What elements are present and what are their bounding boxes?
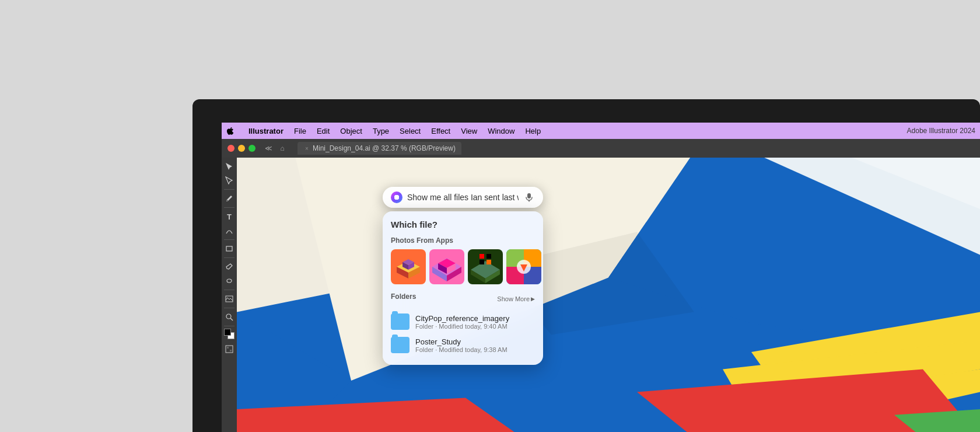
results-panel: Which file? Photos From Apps: [383, 211, 543, 365]
svg-rect-45: [487, 254, 491, 259]
show-more-label: Show More: [497, 295, 530, 302]
show-more-button[interactable]: Show More ▶: [497, 295, 535, 302]
title-bar-nav: ≪ ⌂: [262, 142, 288, 154]
folder-info-1: CityPop_reference_imagery Folder · Modif…: [415, 314, 535, 330]
svg-point-2: [226, 314, 231, 319]
search-input-container[interactable]: [383, 187, 543, 208]
photos-section-header: Photos From Apps: [391, 236, 535, 245]
siri-search-overlay: Which file? Photos From Apps: [383, 187, 543, 365]
folders-section: Folders Show More ▶ CityPop_reference_im…: [391, 292, 535, 357]
folder-meta-1: Folder · Modified today, 9:40 AM: [415, 323, 535, 330]
zoom-tool-button[interactable]: [223, 311, 236, 323]
tab-close-icon[interactable]: ×: [303, 145, 310, 152]
menu-bar-items: Illustrator File Edit Object Type Select…: [244, 126, 545, 137]
document-tab[interactable]: × Mini_Design_04.ai @ 32.37 % (RGB/Previ…: [298, 142, 461, 155]
folders-section-label: Folders: [391, 292, 416, 301]
results-title: Which file?: [391, 220, 535, 229]
microphone-icon[interactable]: [523, 191, 535, 203]
toolbar-separator-3: [224, 239, 235, 240]
menu-file[interactable]: File: [289, 126, 311, 137]
maximize-button[interactable]: [249, 145, 256, 152]
menu-window[interactable]: Window: [483, 126, 519, 137]
canvas-area: Which file? Photos From Apps: [237, 158, 980, 432]
toolbar-separator-5: [224, 290, 235, 290]
type-tool-button[interactable]: T: [223, 210, 236, 223]
title-bar: ≪ ⌂ × Mini_Design_04.ai @ 32.37 % (RGB/P…: [222, 139, 980, 158]
image-tool-button[interactable]: [223, 292, 236, 305]
folder-icon-2: [391, 337, 410, 353]
menu-effect[interactable]: Effect: [426, 126, 455, 137]
menu-illustrator[interactable]: Illustrator: [244, 126, 288, 137]
svg-rect-0: [226, 246, 232, 251]
menu-object[interactable]: Object: [335, 126, 367, 137]
toolbar-separator-7: [224, 326, 235, 326]
toolbar-separator-6: [224, 308, 235, 308]
svg-rect-24: [527, 193, 531, 198]
tab-bar: × Mini_Design_04.ai @ 32.37 % (RGB/Previ…: [298, 142, 461, 155]
pen-tool-button[interactable]: [223, 192, 236, 205]
color-swatches[interactable]: [224, 329, 235, 339]
select-tool-button[interactable]: [223, 160, 236, 173]
folder-name-1: CityPop_reference_imagery: [415, 314, 535, 323]
photo-thumbnail-4[interactable]: [506, 249, 541, 284]
minimize-button[interactable]: [238, 145, 245, 152]
toolbar-separator-2: [224, 207, 235, 208]
folder-meta-2: Folder · Modified today, 9:38 AM: [415, 346, 535, 353]
traffic-lights: [228, 145, 256, 152]
svg-rect-46: [480, 260, 484, 264]
folder-icon-1: [391, 313, 410, 330]
close-button[interactable]: [228, 145, 235, 152]
menu-type[interactable]: Type: [368, 126, 394, 137]
app-version-label: Adobe Illustrator 2024: [907, 127, 975, 135]
menu-help[interactable]: Help: [520, 126, 545, 137]
folder-item-1[interactable]: CityPop_reference_imagery Folder · Modif…: [391, 310, 535, 333]
menu-bar: Illustrator File Edit Object Type Select…: [222, 123, 980, 139]
photo-thumbnail-3[interactable]: [468, 249, 503, 284]
folder-name-2: Poster_Study: [415, 337, 535, 346]
search-input[interactable]: [407, 193, 519, 202]
canvas-illustration: [237, 158, 980, 432]
rect-tool-button[interactable]: [223, 242, 236, 255]
siri-icon-inner: [394, 195, 399, 200]
show-more-icon: ▶: [531, 296, 535, 302]
photo-thumbnail-1[interactable]: [391, 249, 426, 284]
apple-menu[interactable]: [226, 127, 235, 135]
svg-rect-47: [487, 260, 491, 264]
foreground-color-swatch: [224, 329, 231, 336]
folders-header: Folders Show More ▶: [391, 292, 535, 305]
home-icon[interactable]: ⌂: [276, 142, 288, 154]
folder-item-2[interactable]: Poster_Study Folder · Modified today, 9:…: [391, 333, 535, 357]
arc-tool-button[interactable]: [223, 224, 236, 237]
svg-rect-4: [226, 346, 233, 353]
left-toolbar: T: [222, 158, 237, 432]
toolbar-separator-4: [224, 257, 235, 258]
toolbar-separator-1: [224, 189, 235, 190]
svg-rect-44: [480, 254, 484, 259]
warp-tool-button[interactable]: [223, 274, 236, 287]
menu-view[interactable]: View: [456, 126, 482, 137]
photos-grid: [391, 249, 535, 284]
svg-rect-5: [227, 347, 229, 349]
direct-select-tool-button[interactable]: [223, 174, 236, 187]
back-icon[interactable]: ≪: [262, 142, 274, 154]
tab-label: Mini_Design_04.ai @ 32.37 % (RGB/Preview…: [313, 144, 456, 152]
folder-info-2: Poster_Study Folder · Modified today, 9:…: [415, 337, 535, 353]
svg-line-3: [230, 318, 233, 320]
app-window: Illustrator File Edit Object Type Select…: [222, 123, 980, 432]
main-area: T: [222, 158, 980, 432]
menu-edit[interactable]: Edit: [312, 126, 334, 137]
menu-select[interactable]: Select: [395, 126, 425, 137]
siri-icon: [391, 191, 402, 203]
artboard-tool-button[interactable]: [223, 343, 236, 356]
eyedropper-tool-button[interactable]: [223, 260, 236, 273]
svg-rect-6: [230, 350, 232, 351]
photo-thumbnail-2[interactable]: [429, 249, 464, 284]
